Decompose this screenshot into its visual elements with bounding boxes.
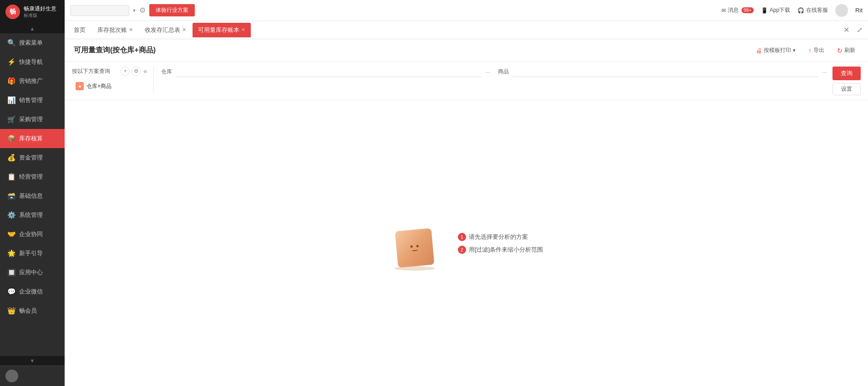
product-filter-field: 商品 ··· <box>498 67 827 77</box>
topbar-dropdown-btn[interactable]: ▾ <box>133 7 136 14</box>
service-label: 在线客服 <box>806 6 828 14</box>
industry-solution-button[interactable]: 体验行业方案 <box>149 4 195 16</box>
filter-actions: 查询 设置 <box>827 67 861 95</box>
sidebar-item-label: 快捷导航 <box>19 58 43 66</box>
settings-button[interactable]: 设置 <box>832 83 861 95</box>
export-icon: ↑ <box>808 47 812 54</box>
box-face <box>405 240 424 255</box>
tab-available[interactable]: 可用量库存账本 ✕ <box>193 23 251 37</box>
page-title: 可用量查询(按仓库+商品) <box>74 46 156 55</box>
print-label: 按模板打印 <box>764 46 791 54</box>
lightning-icon: ⚡ <box>7 58 15 66</box>
topbar-search-input[interactable] <box>70 5 129 16</box>
tab-available-label: 可用量库存账本 <box>198 26 239 34</box>
sidebar-user-area[interactable] <box>0 365 65 386</box>
cart-icon: 🛒 <box>7 115 15 124</box>
hint-number-2: 2 <box>458 246 466 254</box>
query-button[interactable]: 查询 <box>832 67 861 80</box>
sidebar-item-label: 应用中心 <box>19 268 43 277</box>
filter-area: 按以下方案查询 + ⚙ « ★ 仓库+商品 仓库 <box>65 62 868 100</box>
product-input[interactable] <box>513 67 818 77</box>
topbar: ▾ ⚙ 体验行业方案 ✉ 消息 99+ 📱 App下载 🎧 在线客服 Rit <box>65 0 868 21</box>
sidebar-item-finance[interactable]: 💰 资金管理 <box>0 148 65 167</box>
collapse-panel-button[interactable]: « <box>142 67 148 76</box>
star-icon: 🌟 <box>7 249 15 257</box>
warehouse-input[interactable] <box>176 67 482 77</box>
empty-state-area: 1 请先选择要分析的方案 2 用[过滤]条件来缩小分析范围 <box>65 100 868 386</box>
warehouse-label: 仓库 <box>161 68 172 76</box>
chat-icon: 💬 <box>7 288 15 296</box>
refresh-button[interactable]: ↻ 刷新 <box>833 45 859 56</box>
sidebar-logo: 畅 <box>5 5 20 19</box>
filter-left-panel: 按以下方案查询 + ⚙ « ★ 仓库+商品 <box>72 67 154 93</box>
sidebar-subtitle: 标准版 <box>24 12 56 19</box>
sidebar-scroll-up[interactable]: ▲ <box>0 24 65 33</box>
sidebar-item-shortcut[interactable]: ⚡ 快捷导航 <box>0 52 65 72</box>
sidebar-header: 畅 畅康通好生意 标准版 <box>0 0 65 24</box>
scheme-label: 仓库+商品 <box>86 82 112 90</box>
sidebar-item-search[interactable]: 🔍 搜索菜单 <box>0 33 65 52</box>
refresh-label: 刷新 <box>844 46 855 54</box>
sidebar-item-inventory[interactable]: 📦 库存核算 <box>0 129 65 148</box>
customer-service-button[interactable]: 🎧 在线客服 <box>797 6 828 14</box>
tab-batch[interactable]: 库存批次账 ✕ <box>92 23 138 37</box>
export-label: 导出 <box>813 46 824 54</box>
sidebar-item-basic[interactable]: 🗃️ 基础信息 <box>0 186 65 206</box>
filter-scheme-title: 按以下方案查询 <box>72 67 110 75</box>
sidebar-item-guide[interactable]: 🌟 新手引导 <box>0 244 65 263</box>
sidebar-item-marketing[interactable]: 🎁 营销推广 <box>0 72 65 91</box>
sidebar: 畅 畅康通好生意 标准版 ▲ 🔍 搜索菜单 ⚡ 快捷导航 🎁 营销推广 📊 销售… <box>0 0 65 386</box>
app-download-button[interactable]: 📱 App下载 <box>761 6 790 14</box>
product-more-btn[interactable]: ··· <box>822 68 827 76</box>
tab-batch-label: 库存批次账 <box>97 26 127 34</box>
add-scheme-button[interactable]: + <box>121 67 130 76</box>
sidebar-avatar <box>5 370 18 382</box>
sidebar-item-member[interactable]: 👑 畅会员 <box>0 301 65 320</box>
refresh-icon: ↻ <box>837 47 843 54</box>
print-dropdown-icon[interactable]: ▾ <box>793 47 796 53</box>
topbar-right: ✉ 消息 99+ 📱 App下载 🎧 在线客服 Rit <box>721 4 863 17</box>
clipboard-icon: 📋 <box>7 173 15 181</box>
warehouse-more-btn[interactable]: ··· <box>485 68 491 76</box>
topbar-gear-btn[interactable]: ⚙ <box>139 6 146 15</box>
hint-text-2: 用[过滤]条件来缩小分析范围 <box>469 246 543 254</box>
tab-home-label: 首页 <box>74 26 86 34</box>
app-label: App下载 <box>770 6 790 14</box>
manage-scheme-button[interactable]: ⚙ <box>132 67 141 76</box>
sidebar-item-business[interactable]: 📋 经营管理 <box>0 167 65 186</box>
sidebar-item-label: 搜索菜单 <box>19 39 43 47</box>
sidebar-item-apps[interactable]: 🔲 应用中心 <box>0 263 65 282</box>
tab-home[interactable]: 首页 <box>68 23 91 37</box>
warehouse-filter-field: 仓库 ··· <box>161 67 491 77</box>
tab-maximize-button[interactable]: ⤢ <box>855 24 864 36</box>
tab-available-close[interactable]: ✕ <box>241 27 245 33</box>
database-icon: 🗃️ <box>7 192 15 200</box>
filter-scheme-item[interactable]: ★ 仓库+商品 <box>72 79 148 93</box>
sidebar-menu: 🔍 搜索菜单 ⚡ 快捷导航 🎁 营销推广 📊 销售管理 🛒 采购管理 📦 库存核… <box>0 33 65 356</box>
sidebar-item-sales[interactable]: 📊 销售管理 <box>0 91 65 110</box>
message-button[interactable]: ✉ 消息 99+ <box>721 6 754 14</box>
export-button[interactable]: ↑ 导出 <box>805 45 828 56</box>
page-header: 可用量查询(按仓库+商品) 🖨 按模板打印 ▾ ↑ 导出 ↻ 刷新 <box>65 39 868 62</box>
sidebar-item-label: 企业协同 <box>19 230 43 238</box>
sidebar-item-label: 库存核算 <box>19 134 43 143</box>
tabs-actions: ✕ ⤢ <box>842 24 864 36</box>
box-icon: 📦 <box>7 134 15 143</box>
tab-receive-close[interactable]: ✕ <box>182 27 186 33</box>
sidebar-item-purchase[interactable]: 🛒 采购管理 <box>0 110 65 129</box>
user-avatar[interactable] <box>835 4 848 17</box>
empty-content: 1 请先选择要分析的方案 2 用[过滤]条件来缩小分析范围 <box>390 216 543 271</box>
sidebar-item-label: 系统管理 <box>19 211 43 219</box>
crown-icon: 👑 <box>7 307 15 315</box>
sidebar-item-enterprise[interactable]: 🤝 企业协同 <box>0 225 65 244</box>
gear-icon: ⚙️ <box>7 211 15 219</box>
tab-batch-close[interactable]: ✕ <box>129 27 133 33</box>
sidebar-scroll-down[interactable]: ▼ <box>0 356 65 365</box>
print-template-button[interactable]: 🖨 按模板打印 ▾ <box>752 45 799 56</box>
sidebar-item-label: 营销推广 <box>19 77 43 85</box>
tab-receive[interactable]: 收发存汇总表 ✕ <box>139 23 192 37</box>
chart-icon: 📊 <box>7 96 15 104</box>
sidebar-item-system[interactable]: ⚙️ 系统管理 <box>0 206 65 225</box>
sidebar-item-wechat[interactable]: 💬 企业微信 <box>0 282 65 301</box>
tab-close-all-button[interactable]: ✕ <box>842 24 851 36</box>
